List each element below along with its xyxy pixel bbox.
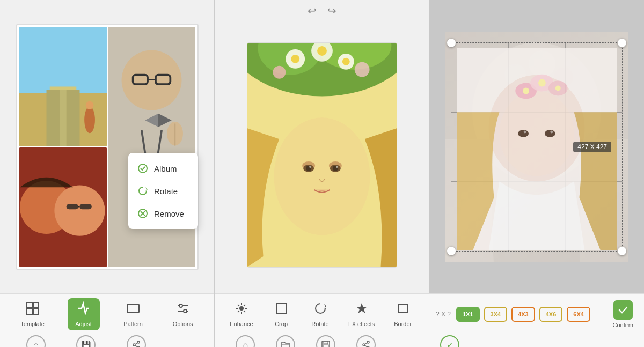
ratio-4x3-button[interactable]: 4X3 [511,307,535,322]
ratio-unknown-label: ? X ? [436,311,452,318]
svg-point-105 [550,130,553,133]
svg-point-101 [555,85,561,91]
handle-bottom-right[interactable] [618,247,626,255]
svg-point-104 [524,130,526,133]
svg-line-73 [244,305,245,306]
panel-center-content: ↩ ↪ [215,0,429,293]
fx-icon [355,301,369,319]
album-icon [137,163,149,174]
svg-line-86 [365,343,367,344]
svg-point-83 [367,341,369,343]
svg-point-66 [239,306,244,311]
svg-rect-23 [79,204,91,209]
fx-button[interactable]: FX effects [343,298,380,330]
svg-rect-30 [27,302,32,308]
svg-point-39 [137,341,140,343]
rotate-button-p2[interactable]: Rotate [304,298,336,330]
svg-line-74 [238,311,239,312]
svg-point-6 [85,101,93,109]
share-button-p1[interactable] [127,335,146,347]
menu-item-remove[interactable]: Remove [128,202,198,225]
svg-rect-33 [33,309,39,314]
options-button[interactable]: Options [167,298,199,330]
svg-point-38 [184,309,187,313]
pattern-button[interactable]: Pattern [117,298,149,330]
svg-line-42 [135,343,137,344]
panel2-nav: ⌂ [215,335,429,347]
panel2-toolbar-buttons: Enhance Crop Rotate [215,294,429,335]
template-button[interactable]: Template [15,298,50,330]
svg-point-21 [54,185,105,235]
adjust-button[interactable]: Adjust [68,298,100,330]
home-button-p1[interactable]: ⌂ [26,335,46,347]
enhance-icon [235,301,248,319]
more-button-p1[interactable]: ... [177,339,188,348]
more-button-p3[interactable]: ... [622,339,633,348]
svg-line-72 [244,311,245,312]
template-icon [26,301,40,319]
svg-point-99 [523,87,529,94]
confirm-icon [613,300,633,320]
svg-rect-78 [398,305,408,312]
redo-button[interactable]: ↪ [327,4,336,17]
home-button-p2[interactable]: ⌂ [236,335,255,347]
ratio-1x1-button[interactable]: 1X1 [456,307,480,322]
panel-right-content: 427 X 427 [429,0,644,293]
ratio-4x6-button[interactable]: 4X6 [539,307,563,322]
border-button[interactable]: Border [387,298,419,330]
photo-cell-3[interactable] [19,147,107,267]
svg-marker-26 [145,187,148,191]
menu-item-rotate[interactable]: Rotate [128,180,198,202]
rotate-p2-icon [313,301,327,319]
save-button-p2[interactable] [316,335,335,347]
options-icon [176,301,190,319]
svg-point-36 [179,304,182,307]
rotate-icon [137,185,149,197]
share-button-p2[interactable] [356,335,376,347]
adjust-icon [77,301,91,319]
panel2-toolbar: Enhance Crop Rotate [215,293,429,347]
enhance-button[interactable]: Enhance [224,298,258,330]
photo-collage [16,24,199,270]
crop-container: 427 X 427 [445,32,628,262]
handle-top-right[interactable] [618,39,626,47]
confirm-label: Confirm [612,322,633,328]
photo-cell-1[interactable] [19,27,107,146]
svg-rect-82 [323,345,328,347]
pattern-icon [126,301,140,319]
panel-left: Album Rotate [0,0,215,347]
ratio-3x4-button[interactable]: 3X4 [484,307,508,322]
svg-point-102 [518,129,529,137]
check-button-p3[interactable]: ✓ [440,335,459,347]
svg-point-103 [545,129,555,137]
folder-button-p2[interactable] [276,335,295,347]
svg-point-84 [363,344,365,346]
menu-item-album[interactable]: Album [128,157,198,180]
svg-rect-4 [60,90,66,146]
panel-right: 427 X 427 ? X ? 1X1 3X4 4X3 4X6 6X4 [429,0,644,347]
crop-button[interactable]: Crop [265,298,297,330]
crop-box[interactable]: 427 X 427 [451,42,623,252]
handle-top-left[interactable] [447,39,456,47]
confirm-button[interactable]: Confirm [608,298,638,330]
svg-marker-76 [324,304,326,309]
svg-rect-22 [66,204,78,209]
svg-rect-65 [247,43,397,267]
panel1-toolbar-buttons: Template Adjust Pattern [0,294,214,335]
more-button-p2[interactable]: ... [397,339,408,348]
ratio-6x4-button[interactable]: 6X4 [567,307,590,322]
svg-rect-31 [33,302,39,308]
save-button-p1[interactable]: 💾 [76,335,96,347]
undo-button[interactable]: ↩ [308,4,317,17]
panel-left-content: Album Rotate [0,0,214,293]
border-icon [396,301,410,319]
panel3-toolbar: ? X ? 1X1 3X4 4X3 4X6 6X4 Confirm [429,293,644,347]
svg-rect-75 [276,304,286,313]
crop-icon [274,301,288,319]
panel3-nav: ✓ ... [429,335,644,347]
handle-bottom-left[interactable] [447,247,456,255]
svg-point-40 [133,344,135,346]
panel1-nav: ⌂ 💾 ... [0,335,214,347]
svg-point-25 [138,164,147,173]
photo-cell-2[interactable] [108,27,195,267]
